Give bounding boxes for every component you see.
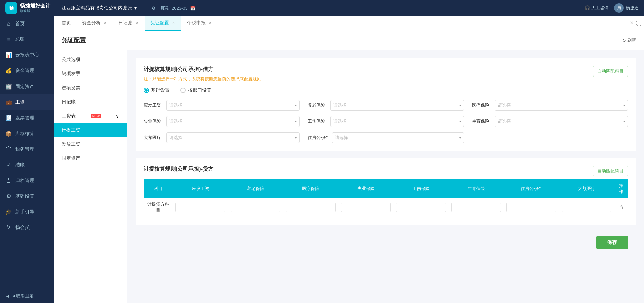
tab-expand[interactable]: ⛶ — [636, 20, 641, 27]
radio-basic[interactable]: 基础设置 — [144, 87, 170, 93]
select-zhufang-arrow: ▾ — [459, 136, 461, 140]
tab-tax-label: 个税申报 — [187, 20, 206, 26]
user-info[interactable]: 用 畅捷通 — [614, 3, 639, 13]
select-shiye-arrow: ▾ — [295, 120, 297, 123]
company-selector[interactable]: 江西服宝精品有限责任公司内账张 ▾ — [62, 5, 137, 11]
select-gongshang[interactable]: 请选择 ▾ — [330, 116, 464, 127]
select-ying-fa-arrow: ▾ — [295, 104, 297, 107]
left-nav-purchase-invoice[interactable]: 进项发票 — [54, 81, 127, 95]
settings-gear-icon: ⚙ — [5, 193, 12, 199]
tab-fund-analysis[interactable]: 资金分析 × — [76, 16, 113, 31]
select-ying-fa-value: 请选择 — [169, 102, 182, 108]
debit-auto-match-btn[interactable]: 自动匹配科目 — [593, 66, 628, 77]
select-dae-yiliao[interactable]: 请选择 ▾ — [166, 132, 300, 143]
input-shi-ye[interactable] — [341, 203, 391, 212]
td-zhu-fang — [504, 198, 559, 217]
input-gong-shang[interactable] — [396, 203, 446, 212]
input-da-e[interactable] — [562, 203, 611, 212]
save-button[interactable]: 保存 — [596, 236, 628, 249]
select-yiliao-arrow: ▾ — [623, 104, 625, 107]
input-zhu-fang[interactable] — [506, 203, 556, 212]
tab-tax-report[interactable]: 个税申报 × — [181, 16, 218, 31]
tab-tax-close[interactable]: × — [208, 20, 213, 26]
credit-auto-match-btn[interactable]: 自动匹配科目 — [593, 166, 628, 176]
debit-section-title: 计提核算规则(公司承担)-借方 — [144, 66, 261, 73]
credit-section-title: 计提核算规则(公司承担)-贷方 — [144, 166, 213, 173]
input-yi-liao[interactable] — [286, 203, 335, 212]
logo-icon: 畅 — [5, 2, 17, 14]
select-zhufang[interactable]: 请选择 ▾ — [332, 132, 464, 143]
select-yanglao-arrow: ▾ — [459, 104, 461, 107]
sidebar-label-settings: 基础设置 — [15, 193, 34, 199]
top-actions: ＋ ⚙ 账期 2023-03 📅 — [142, 5, 195, 11]
td-yang-lao — [228, 198, 283, 217]
sidebar-item-settings[interactable]: ⚙ 基础设置 — [0, 188, 54, 204]
sidebar-item-archive[interactable]: 🗄 归档管理 — [0, 173, 54, 188]
debit-section-note: 注：只能选择一种方式，系统将按照您当前的选择来配置规则 — [144, 76, 261, 82]
sidebar-item-general-ledger[interactable]: ≡ 总账 — [0, 32, 54, 47]
member-icon: V — [5, 224, 12, 231]
user-name: 畅捷通 — [626, 5, 639, 11]
sidebar-label-home: 首页 — [15, 21, 25, 27]
form-item-ying-fa: 应发工资 请选择 ▾ — [144, 100, 300, 111]
main-layout: ⌂ 首页 ≡ 总账 📊 云报表中心 💰 资金管理 🏢 固定资产 💼 工资 🧾 发… — [0, 16, 644, 303]
delete-row-btn[interactable]: 🗑 — [619, 205, 624, 210]
table-row: 计提贷方科目 — [144, 198, 628, 217]
sidebar-item-reports[interactable]: 📊 云报表中心 — [0, 47, 54, 63]
left-nav-salary-payment[interactable]: 发放工资 — [54, 137, 127, 151]
calendar-icon[interactable]: 📅 — [190, 6, 195, 11]
refresh-button[interactable]: ↻ 刷新 — [622, 37, 636, 43]
sidebar-label-ledger: 总账 — [15, 36, 25, 42]
tab-home-label: 首页 — [62, 20, 71, 26]
guide-icon: 🎓 — [5, 209, 12, 215]
sidebar-item-tax[interactable]: 🏛 税务管理 — [0, 142, 54, 157]
left-nav-journal[interactable]: 日记账 — [54, 95, 127, 109]
input-sheng-yu[interactable] — [451, 203, 501, 212]
tab-fund-close[interactable]: × — [103, 20, 108, 26]
select-yiliao[interactable]: 请选择 ▾ — [495, 100, 628, 111]
radio-dept[interactable]: 按部门设置 — [180, 87, 211, 93]
th-da-e: 大额医疗 — [559, 179, 614, 198]
tab-voucher-close[interactable]: × — [171, 20, 176, 26]
input-ying-fa[interactable] — [175, 203, 225, 212]
sidebar-item-home[interactable]: ⌂ 首页 — [0, 16, 54, 32]
tab-journal-close[interactable]: × — [135, 20, 140, 26]
tab-close-all[interactable]: × — [630, 20, 633, 27]
salary-icon: 💼 — [5, 99, 12, 105]
left-nav-public[interactable]: 公共选项 — [54, 53, 127, 67]
cancel-pin-btn[interactable]: ◄ ◄取消固定 — [0, 289, 54, 303]
tab-bar: 首页 资金分析 × 日记账 × 凭证配置 × 个税申报 × × ⛶ — [54, 16, 644, 31]
form-item-dae-yiliao: 大额医疗 请选择 ▾ — [144, 132, 300, 143]
left-nav-salary-accrual[interactable]: 计提工资 — [54, 123, 127, 137]
select-shiye[interactable]: 请选择 ▾ — [166, 116, 300, 127]
select-ying-fa[interactable]: 请选择 ▾ — [166, 100, 300, 111]
sidebar-item-fund[interactable]: 💰 资金管理 — [0, 63, 54, 79]
tab-voucher-config[interactable]: 凭证配置 × — [145, 16, 181, 31]
input-yang-lao[interactable] — [231, 203, 280, 212]
sidebar-item-fixed-assets[interactable]: 🏢 固定资产 — [0, 79, 54, 94]
tab-bar-actions: × ⛶ — [630, 20, 641, 27]
tab-home[interactable]: 首页 — [56, 16, 76, 31]
sidebar-item-inventory[interactable]: 📦 库存核算 — [0, 126, 54, 142]
tab-journal[interactable]: 日记账 × — [113, 16, 145, 31]
sidebar-item-salary[interactable]: 💼 工资 — [0, 94, 54, 110]
left-nav-salary-table[interactable]: 工资表 NEW ∨ — [54, 109, 127, 123]
radio-dept-circle — [180, 88, 186, 93]
service-btn[interactable]: 🎧 人工咨询 — [585, 5, 609, 11]
left-nav-sales-invoice[interactable]: 销项发票 — [54, 67, 127, 81]
select-shengyu[interactable]: 请选择 ▾ — [495, 116, 628, 127]
sidebar-item-closing[interactable]: ✓ 结账 — [0, 157, 54, 173]
left-nav-fixed-assets[interactable]: 固定资产 — [54, 151, 127, 165]
company-name: 江西服宝精品有限责任公司内账张 — [62, 5, 132, 11]
sidebar-item-guide[interactable]: 🎓 新手引导 — [0, 204, 54, 220]
right-panel: 计提核算规则(公司承担)-借方 注：只能选择一种方式，系统将按照您当前的选择来配… — [127, 50, 644, 303]
settings-icon[interactable]: ⚙ — [152, 6, 156, 11]
invoice-icon: 🧾 — [5, 115, 12, 121]
add-button[interactable]: ＋ — [142, 5, 146, 11]
sidebar-item-invoice[interactable]: 🧾 发票管理 — [0, 110, 54, 126]
select-yanglao[interactable]: 请选择 ▾ — [330, 100, 464, 111]
cancel-pin-icon: ◄ — [5, 294, 10, 299]
closing-icon: ✓ — [5, 162, 12, 168]
credit-section: 计提核算规则(公司承担)-贷方 自动匹配科目 科目 应发工资 养老保险 — [136, 158, 636, 225]
sidebar-item-member[interactable]: V 畅会员 — [0, 220, 54, 235]
